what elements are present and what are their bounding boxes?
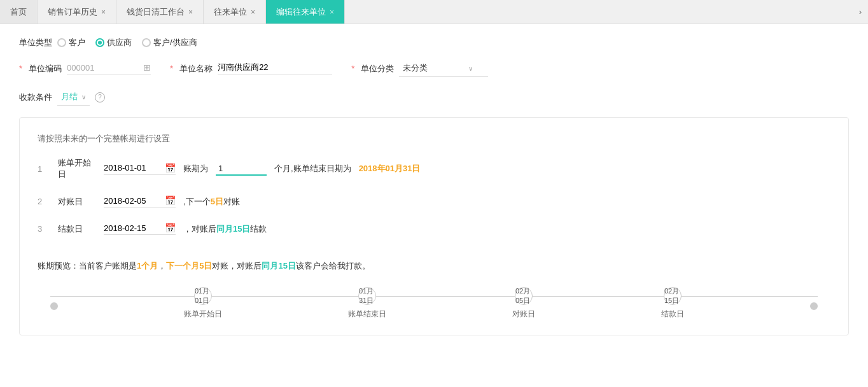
payment-label: 收款条件 [19, 92, 52, 103]
payment-date-input: 📅 [104, 223, 176, 235]
radio-both-circle [142, 38, 151, 47]
reconcile-date-input: 📅 [104, 195, 176, 208]
tab-cash-work[interactable]: 钱货日清工作台 × [116, 0, 204, 24]
payment-day-desc: ，对账后同月15日结款 [183, 223, 267, 235]
chevron-right-icon: › [859, 7, 862, 17]
row-num-3: 3 [38, 224, 50, 234]
reconcile-desc: ,下一个5日对账 [183, 196, 240, 208]
reconcile-row: 2 对账日 📅 ,下一个5日对账 [38, 195, 830, 208]
timeline-date-1: 01月01日 [195, 286, 211, 306]
payment-date-field[interactable] [104, 223, 161, 233]
timeline-date-4: 02月15日 [664, 286, 681, 306]
unit-category-select[interactable]: 未分类 ∨ [399, 60, 488, 77]
radio-both-label: 客户/供应商 [153, 37, 197, 48]
payment-row: 收款条件 月结 ∨ ? [19, 88, 849, 106]
close-edit-partner[interactable]: × [330, 8, 334, 17]
end-circle [810, 302, 818, 310]
timeline-label-3: 对账日 [512, 309, 535, 320]
radio-customer-label: 客户 [69, 37, 85, 48]
unit-type-label: 单位类型 [19, 37, 52, 48]
payment-day-row: 3 结款日 📅 ，对账后同月15日结款 [38, 223, 830, 235]
payment-group: 收款条件 月结 ∨ ? [19, 88, 105, 106]
timeline-dot-2: 01月31日 [358, 287, 376, 305]
period-value-input[interactable] [216, 162, 267, 176]
bill-start-row: 1 账单开始日 📅 账期为 个月,账单结束日期为 2018年01月31日 [38, 157, 830, 180]
period-suffix: 个月,账单结束日期为 [274, 163, 351, 174]
unit-type-row: 单位类型 客户 供应商 客户/供应商 [19, 37, 849, 48]
tab-sales-history[interactable]: 销售订单历史 × [38, 0, 116, 24]
radio-supplier[interactable]: 供应商 [95, 37, 132, 48]
period-end-date: 2018年01月31日 [359, 163, 421, 174]
timeline-point-1: 01月01日 账单开始日 [184, 287, 222, 320]
payment-select[interactable]: 月结 ∨ [57, 88, 90, 106]
payment-chevron-down-icon: ∨ [81, 94, 86, 101]
unit-name-required: * [170, 64, 173, 73]
unit-code-label: 单位编码 [29, 63, 62, 74]
card-title: 请按照未来的一个完整帐期进行设置 [38, 133, 830, 144]
radio-supplier-circle [95, 38, 104, 47]
timeline-end-dot [810, 287, 818, 320]
radio-customer[interactable]: 客户 [57, 37, 85, 48]
unit-category-group: * 单位分类 未分类 ∨ [351, 60, 488, 77]
preview-section: 账期预览：当前客户账期是1个月，下一个月5日对账，对账后同月15日该客户会给我打… [38, 250, 830, 320]
payment-calendar-icon[interactable]: 📅 [165, 223, 176, 233]
timeline-points: 01月01日 账单开始日 01月31日 账单结束日 02月0 [50, 287, 818, 320]
payment-day-label: 结款日 [58, 223, 96, 235]
timeline: 01月01日 账单开始日 01月31日 账单结束日 02月0 [38, 287, 830, 320]
tab-edit-partner[interactable]: 编辑往来单位 × [266, 0, 345, 24]
unit-code-required: * [19, 64, 22, 73]
bill-start-calendar-icon[interactable]: 📅 [165, 163, 176, 173]
unit-type-radios: 客户 供应商 客户/供应商 [57, 37, 197, 48]
unit-category-required: * [351, 64, 354, 73]
reconcile-date-field[interactable] [104, 196, 161, 206]
unit-category-value: 未分类 [403, 62, 428, 74]
tab-bar: 首页 销售订单历史 × 钱货日清工作台 × 往来单位 × 编辑往来单位 × › [0, 0, 868, 24]
close-cash-work[interactable]: × [188, 8, 193, 17]
timeline-point-2: 01月31日 账单结束日 [348, 287, 386, 320]
help-icon[interactable]: ? [95, 92, 105, 102]
timeline-point-3: 02月05日 对账日 [512, 287, 535, 320]
tab-more-button[interactable]: › [853, 0, 868, 24]
close-sales-history[interactable]: × [101, 8, 106, 17]
preview-text: 账期预览：当前客户账期是1个月，下一个月5日对账，对账后同月15日该客户会给我打… [38, 260, 830, 272]
period-prefix: 账期为 [183, 163, 208, 174]
timeline-dot-3: 02月05日 [515, 287, 533, 305]
timeline-label-2: 账单结束日 [348, 309, 386, 320]
unit-name-group: * 单位名称 [170, 63, 332, 74]
unit-code-group: * 单位编码 ⊞ [19, 62, 151, 74]
radio-supplier-label: 供应商 [107, 37, 132, 48]
row-num-2: 2 [38, 197, 50, 206]
timeline-date-2: 01月31日 [359, 286, 375, 306]
radio-both[interactable]: 客户/供应商 [142, 37, 197, 48]
timeline-date-3: 02月05日 [515, 286, 532, 306]
payment-select-value: 月结 [61, 91, 78, 102]
unit-type-group: 单位类型 客户 供应商 客户/供应商 [19, 37, 197, 48]
main-content: 单位类型 客户 供应商 客户/供应商 * 单位编码 [0, 24, 868, 387]
unit-name-input-wrap [218, 63, 332, 74]
bill-start-date-input: 📅 [104, 163, 176, 175]
tab-partner[interactable]: 往来单位 × [204, 0, 266, 24]
timeline-start-dot [50, 287, 58, 320]
timeline-point-4: 02月15日 结款日 [661, 287, 684, 320]
settings-card: 请按照未来的一个完整帐期进行设置 1 账单开始日 📅 账期为 个月,账单结束日期… [19, 117, 849, 335]
close-partner[interactable]: × [251, 8, 255, 17]
start-circle [50, 302, 58, 310]
unit-name-label: 单位名称 [179, 63, 213, 74]
timeline-dot-1: 01月01日 [194, 287, 212, 305]
reconcile-label: 对账日 [58, 196, 96, 208]
unit-category-label: 单位分类 [361, 63, 394, 74]
unit-name-input[interactable] [218, 63, 332, 73]
unit-code-input[interactable] [67, 63, 143, 73]
unit-info-row: * 单位编码 ⊞ * 单位名称 * 单位分类 未分类 ∨ [19, 60, 849, 77]
bill-start-date-field[interactable] [104, 163, 161, 172]
timeline-label-1: 账单开始日 [184, 309, 222, 320]
radio-customer-circle [57, 38, 66, 47]
unit-code-input-wrap: ⊞ [67, 62, 151, 74]
tab-home[interactable]: 首页 [0, 0, 38, 24]
timeline-label-4: 结款日 [661, 309, 684, 320]
row-num-1: 1 [38, 164, 50, 174]
copy-icon[interactable]: ⊞ [143, 62, 151, 73]
bill-start-label: 账单开始日 [58, 157, 96, 180]
reconcile-calendar-icon[interactable]: 📅 [165, 195, 176, 206]
timeline-dot-4: 02月15日 [664, 287, 682, 305]
